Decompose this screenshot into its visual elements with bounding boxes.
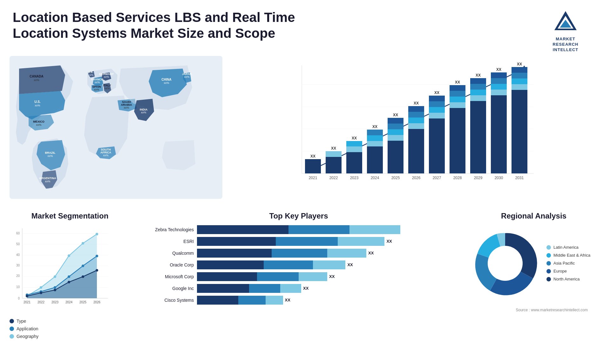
page-header: Location Based Services LBS and Real Tim… (0, 0, 610, 56)
svg-rect-51 (346, 152, 362, 173)
player-bar-cisco: XX (197, 296, 458, 305)
svg-text:xx%: xx% (104, 75, 109, 78)
svg-text:ARGENTINA: ARGENTINA (39, 177, 56, 180)
legend-middle-east-dot (546, 253, 551, 258)
player-row-esri: ESRI XX (140, 237, 458, 246)
regional-section: Regional Analysis (467, 212, 600, 364)
svg-text:BRAZIL: BRAZIL (45, 151, 56, 154)
svg-text:XX: XX (352, 136, 357, 140)
player-name-qualcomm: Qualcomm (140, 251, 194, 256)
svg-text:XX: XX (393, 113, 398, 117)
legend-application-dot (10, 327, 14, 331)
svg-point-153 (96, 269, 98, 272)
svg-text:30: 30 (16, 264, 20, 267)
logo-area: MARKETRESEARCHINTELLECT (534, 10, 597, 53)
legend-geography-label: Geography (17, 334, 38, 339)
svg-rect-98 (512, 90, 527, 173)
legend-middle-east: Middle East & Africa (546, 253, 590, 258)
svg-text:xx%: xx% (184, 75, 189, 78)
svg-text:10: 10 (16, 285, 20, 289)
svg-point-139 (96, 233, 98, 235)
svg-point-143 (54, 286, 56, 289)
svg-point-135 (40, 286, 42, 289)
player-row-google: Google Inc XX (140, 284, 458, 293)
svg-text:xx%: xx% (164, 81, 169, 84)
svg-point-136 (54, 275, 56, 278)
player-row-cisco: Cisco Systems XX (140, 296, 458, 305)
player-name-esri: ESRI (140, 239, 194, 244)
legend-type: Type (10, 319, 130, 324)
legend-asia-pacific-dot (546, 261, 551, 266)
world-map: CANADA xx% U.S. xx% MEXICO xx% BRAZIL xx… (10, 56, 222, 199)
legend-application: Application (10, 326, 130, 331)
top-section: CANADA xx% U.S. xx% MEXICO xx% BRAZIL xx… (0, 56, 610, 208)
svg-text:2021: 2021 (309, 176, 317, 180)
legend-middle-east-label: Middle East & Africa (553, 253, 590, 258)
segmentation-legend: Type Application Geography (10, 319, 130, 339)
svg-text:XX: XX (476, 73, 481, 78)
svg-text:2024: 2024 (371, 176, 379, 180)
svg-point-145 (82, 265, 84, 267)
legend-europe-label: Europe (553, 269, 567, 273)
player-bar-xx-microsoft: XX (329, 274, 335, 279)
legend-type-label: Type (17, 319, 26, 324)
svg-text:2028: 2028 (453, 176, 462, 180)
svg-text:2023: 2023 (350, 176, 359, 180)
svg-text:XX: XX (414, 101, 419, 105)
svg-text:2031: 2031 (515, 176, 524, 180)
player-row-qualcomm: Qualcomm XX (140, 249, 458, 258)
legend-application-label: Application (17, 326, 38, 331)
svg-text:2026: 2026 (412, 176, 421, 180)
regional-legend: Latin America Middle East & Africa Asia … (546, 245, 590, 281)
svg-text:2024: 2024 (65, 300, 73, 304)
svg-text:2025: 2025 (391, 176, 400, 180)
svg-text:xx%: xx% (47, 154, 53, 158)
player-bar-xx-google: XX (303, 286, 308, 291)
svg-text:xx%: xx% (94, 88, 99, 91)
player-name-zebra: Zebra Technologies (140, 227, 194, 232)
svg-rect-74 (429, 118, 445, 173)
logo-text: MARKETRESEARCHINTELLECT (553, 37, 579, 53)
svg-text:xx%: xx% (34, 78, 39, 82)
svg-text:2029: 2029 (474, 176, 483, 180)
svg-point-150 (54, 289, 56, 291)
legend-latin-america-dot (546, 245, 551, 250)
player-bar-xx-cisco: XX (285, 298, 290, 302)
svg-text:xx%: xx% (36, 123, 41, 126)
bottom-section: Market Segmentation 0 10 20 30 40 50 60 … (0, 208, 610, 364)
svg-text:XX: XX (331, 146, 336, 151)
player-row-zebra: Zebra Technologies (140, 225, 458, 234)
svg-text:xx%: xx% (124, 106, 129, 109)
svg-text:xx%: xx% (35, 104, 40, 107)
segmentation-section: Market Segmentation 0 10 20 30 40 50 60 … (10, 212, 130, 364)
svg-rect-47 (326, 157, 342, 173)
svg-point-151 (68, 281, 70, 283)
legend-north-america-dot (546, 277, 551, 281)
svg-text:CANADA: CANADA (30, 75, 43, 78)
legend-asia-pacific-label: Asia Pacific (553, 261, 575, 266)
svg-text:2021: 2021 (24, 300, 31, 304)
svg-point-146 (96, 255, 98, 257)
player-row-microsoft: Microsoft Corp XX (140, 272, 458, 281)
logo-icon (553, 10, 578, 35)
market-size-bar-chart: XX XX XX XX XX (232, 59, 594, 196)
svg-text:xx%: xx% (88, 73, 93, 77)
donut-chart (470, 228, 540, 298)
player-bar-xx-oracle: XX (347, 262, 353, 267)
legend-north-america-label: North America (553, 277, 580, 281)
svg-text:20: 20 (16, 274, 20, 278)
svg-point-144 (68, 275, 70, 278)
key-players-section: Top Key Players Zebra Technologies ESRI (130, 212, 467, 364)
player-name-microsoft: Microsoft Corp (140, 274, 194, 279)
svg-rect-56 (367, 146, 383, 173)
svg-text:XX: XX (372, 125, 377, 129)
svg-text:xx%: xx% (141, 111, 146, 114)
regional-title: Regional Analysis (467, 212, 600, 220)
svg-rect-62 (388, 141, 403, 173)
bar-chart-section: XX XX XX XX XX (226, 56, 600, 208)
svg-text:2027: 2027 (433, 176, 441, 180)
svg-rect-80 (450, 108, 465, 173)
svg-text:xx%: xx% (94, 81, 100, 84)
player-bar-xx-qualcomm: XX (368, 251, 374, 255)
svg-text:xx%: xx% (45, 180, 50, 183)
